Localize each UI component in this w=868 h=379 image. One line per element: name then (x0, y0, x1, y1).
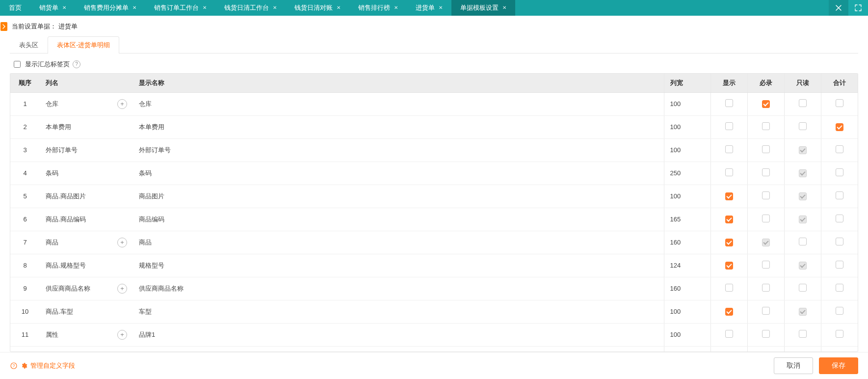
checkbox-required[interactable] (762, 100, 770, 108)
table-row[interactable]: 1仓库+仓库100 (10, 92, 858, 115)
checkbox-total[interactable] (836, 145, 843, 153)
cell-display-name[interactable]: 品牌1 (133, 323, 664, 346)
checkbox-required[interactable] (762, 284, 770, 292)
checkbox-total[interactable] (836, 191, 843, 199)
add-column-button[interactable]: + (117, 284, 127, 294)
cell-display-name[interactable]: 采购单位 (133, 346, 664, 352)
close-icon[interactable]: ✕ (439, 5, 443, 10)
cell-width[interactable]: 124 (664, 254, 710, 277)
save-button[interactable]: 保存 (819, 357, 858, 374)
cell-display-name[interactable]: 规格型号 (133, 254, 664, 277)
cell-width[interactable]: 165 (664, 208, 710, 231)
checkbox-required[interactable] (762, 330, 770, 338)
checkbox-show[interactable] (725, 168, 733, 176)
table-row[interactable]: 10商品.车型车型100 (10, 300, 858, 323)
add-column-button[interactable]: + (117, 238, 127, 247)
checkbox-show[interactable] (725, 99, 733, 107)
checkbox-show[interactable] (725, 122, 733, 130)
top-tab[interactable]: 钱货日清对账✕ (286, 0, 349, 16)
cell-display-name[interactable]: 仓库 (133, 92, 664, 115)
top-tab[interactable]: 钱货日清工作台✕ (215, 0, 286, 16)
table-row[interactable]: 2本单费用本单费用100 (10, 115, 858, 138)
top-tab[interactable]: 首页 (0, 0, 30, 16)
inner-tab[interactable]: 表体区-进货单明细 (48, 36, 119, 54)
cell-width[interactable]: 100 (664, 323, 710, 346)
cell-display-name[interactable]: 本单费用 (133, 115, 664, 138)
checkbox-readonly[interactable] (799, 99, 807, 107)
cell-width[interactable]: 100 (664, 185, 710, 208)
checkbox-show[interactable] (725, 239, 733, 246)
cell-width[interactable]: 160 (664, 231, 710, 254)
checkbox-required[interactable] (762, 307, 770, 315)
checkbox-total[interactable] (836, 215, 843, 222)
checkbox-required[interactable] (762, 145, 770, 153)
checkbox-required[interactable] (762, 122, 770, 130)
checkbox-required[interactable] (762, 261, 770, 269)
show-summary-tab-checkbox[interactable] (14, 61, 21, 68)
top-tab[interactable]: 销售订单工作台✕ (145, 0, 215, 16)
checkbox-total[interactable] (836, 99, 843, 107)
cell-display-name[interactable]: 条码 (133, 162, 664, 185)
checkbox-readonly[interactable] (799, 330, 807, 338)
top-tab[interactable]: 进货单✕ (407, 0, 451, 16)
checkbox-required[interactable] (762, 168, 770, 176)
fullscreen-button[interactable] (848, 0, 868, 16)
checkbox-required[interactable] (762, 191, 770, 199)
top-tab[interactable]: 销售排行榜✕ (349, 0, 407, 16)
cell-display-name[interactable]: 商品图片 (133, 185, 664, 208)
manage-custom-fields-link[interactable]: ? 管理自定义字段 (10, 361, 75, 370)
add-column-button[interactable]: + (117, 330, 127, 340)
checkbox-total[interactable] (836, 238, 843, 245)
checkbox-total[interactable] (836, 168, 843, 176)
cell-width[interactable]: 131 (664, 346, 710, 352)
close-icon[interactable]: ✕ (132, 5, 136, 10)
table-row[interactable]: 12采购单位采购单位131 (10, 346, 858, 352)
cell-display-name[interactable]: 外部订单号 (133, 138, 664, 162)
checkbox-readonly[interactable] (799, 284, 807, 292)
collapse-sidebar-button[interactable] (0, 22, 8, 31)
checkbox-show[interactable] (725, 330, 733, 338)
table-row[interactable]: 5商品.商品图片商品图片100 (10, 185, 858, 208)
table-row[interactable]: 3外部订单号外部订单号100 (10, 138, 858, 162)
cell-display-name[interactable]: 供应商商品名称 (133, 277, 664, 300)
cell-width[interactable]: 100 (664, 300, 710, 323)
help-icon[interactable]: ? (73, 60, 80, 68)
cell-width[interactable]: 100 (664, 138, 710, 162)
checkbox-required[interactable] (762, 215, 770, 222)
close-icon[interactable]: ✕ (337, 5, 341, 10)
cell-display-name[interactable]: 商品编码 (133, 208, 664, 231)
add-column-button[interactable]: + (117, 99, 127, 109)
table-row[interactable]: 8商品.规格型号规格型号124 (10, 254, 858, 277)
top-tab[interactable]: 销售费用分摊单✕ (75, 0, 145, 16)
cell-display-name[interactable]: 商品 (133, 231, 664, 254)
cell-width[interactable]: 250 (664, 162, 710, 185)
top-tab[interactable]: 单据模板设置✕ (451, 0, 515, 16)
checkbox-show[interactable] (725, 262, 733, 270)
table-row[interactable]: 7商品+商品160 (10, 231, 858, 254)
cell-width[interactable]: 100 (664, 92, 710, 115)
cell-width[interactable]: 100 (664, 115, 710, 138)
close-icon[interactable]: ✕ (273, 5, 277, 10)
checkbox-total[interactable] (836, 123, 843, 131)
checkbox-show[interactable] (725, 284, 733, 292)
cell-display-name[interactable]: 车型 (133, 300, 664, 323)
table-row[interactable]: 4条码条码250 (10, 162, 858, 185)
checkbox-show[interactable] (725, 192, 733, 200)
close-icon[interactable]: ✕ (502, 5, 506, 10)
table-row[interactable]: 6商品.商品编码商品编码165 (10, 208, 858, 231)
cell-width[interactable]: 160 (664, 277, 710, 300)
close-all-tabs-button[interactable] (829, 0, 848, 16)
checkbox-total[interactable] (836, 330, 843, 338)
close-icon[interactable]: ✕ (394, 5, 398, 10)
checkbox-total[interactable] (836, 261, 843, 269)
checkbox-total[interactable] (836, 284, 843, 292)
table-row[interactable]: 11属性+品牌1100 (10, 323, 858, 346)
checkbox-readonly[interactable] (799, 122, 807, 130)
checkbox-show[interactable] (725, 308, 733, 316)
checkbox-total[interactable] (836, 307, 843, 315)
top-tab[interactable]: 销货单✕ (30, 0, 75, 16)
inner-tab[interactable]: 表头区 (10, 36, 48, 54)
checkbox-show[interactable] (725, 145, 733, 153)
table-row[interactable]: 9供应商商品名称+供应商商品名称160 (10, 277, 858, 300)
checkbox-readonly[interactable] (799, 238, 807, 245)
